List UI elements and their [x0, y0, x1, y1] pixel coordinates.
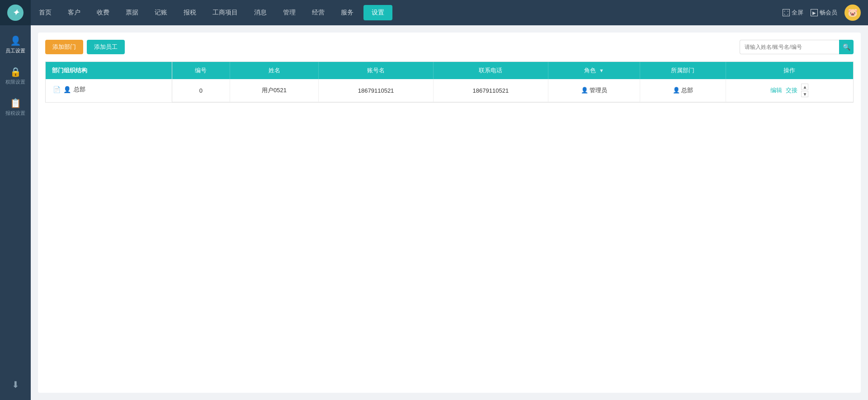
cell-name: 用户0521 — [230, 79, 318, 102]
main-content: 添加部门 添加员工 🔍 部门组织结构 📄 — [31, 25, 868, 400]
dept-user-icon-cell: 👤 — [673, 87, 680, 94]
sidebar-download-button[interactable]: ⬇ — [0, 374, 31, 395]
download-icon: ⬇ — [12, 379, 19, 390]
edit-link[interactable]: 编辑 — [770, 86, 782, 94]
top-navigation: ✦ 首页客户收费票据记账报税工商项目消息管理经营服务设置 ⛶ 全屏 ▶ 畅会员 … — [0, 0, 868, 25]
col-dept: 所属部门 — [640, 62, 726, 79]
logo-icon: ✦ — [7, 5, 24, 21]
scroll-down-button[interactable]: ▼ — [801, 91, 808, 97]
cell-account: 18679110521 — [319, 79, 434, 102]
sidebar-permission-label: 权限设置 — [5, 79, 25, 85]
scroll-arrows: ▲ ▼ — [799, 84, 810, 97]
vip-label: 畅会员 — [820, 9, 837, 17]
search-input[interactable] — [740, 40, 839, 54]
dept-tree: 部门组织结构 📄 👤 总部 — [45, 61, 172, 103]
col-id: 编号 — [172, 62, 230, 79]
nav-item-工商项目[interactable]: 工商项目 — [204, 0, 246, 25]
sidebar-item-employee[interactable]: 👤 员工设置 — [0, 30, 31, 59]
nav-item-报税[interactable]: 报税 — [175, 0, 204, 25]
add-emp-button[interactable]: 添加员工 — [87, 40, 125, 54]
nav-right: ⛶ 全屏 ▶ 畅会员 🐷 — [783, 5, 868, 21]
avatar[interactable]: 🐷 — [844, 5, 861, 21]
sidebar-item-permission[interactable]: 🔒 权限设置 — [0, 61, 31, 90]
action-buttons: 添加部门 添加员工 — [45, 40, 125, 54]
col-phone: 联系电话 — [433, 62, 548, 79]
cell-id: 0 — [172, 79, 230, 102]
table-row: 0 用户0521 18679110521 18679110521 👤管理员 👤总… — [172, 79, 853, 102]
content-card: 添加部门 添加员工 🔍 部门组织结构 📄 — [38, 33, 861, 393]
search-icon: 🔍 — [843, 43, 850, 51]
add-dept-button[interactable]: 添加部门 — [45, 40, 83, 54]
col-role[interactable]: 角色 ▼ — [548, 62, 640, 79]
permission-icon: 🔒 — [10, 66, 21, 77]
nav-item-经营[interactable]: 经营 — [304, 0, 333, 25]
sidebar: 👤 员工设置 🔒 权限设置 📋 报税设置 ⬇ — [0, 25, 31, 400]
emp-table: 编号 姓名 账号名 联系电话 角色 ▼ 所属部门 操作 0 — [172, 61, 854, 103]
vip-button[interactable]: ▶ 畅会员 — [811, 9, 837, 17]
cell-dept: 👤总部 — [640, 79, 726, 102]
scroll-up-button[interactable]: ▲ — [801, 84, 808, 90]
col-name: 姓名 — [230, 62, 318, 79]
role-user-icon: 👤 — [581, 87, 588, 94]
col-account: 账号名 — [319, 62, 434, 79]
fullscreen-icon: ⛶ — [783, 9, 790, 16]
dept-tree-body: 📄 👤 总部 — [46, 79, 172, 100]
table-body: 0 用户0521 18679110521 18679110521 👤管理员 👤总… — [172, 79, 853, 102]
transfer-link[interactable]: 交接 — [786, 86, 797, 94]
fullscreen-label: 全屏 — [792, 9, 803, 17]
file-icon: 📄 — [53, 86, 61, 93]
cell-actions: 编辑 交接 ▲ ▼ — [726, 79, 853, 102]
nav-item-客户[interactable]: 客户 — [60, 0, 89, 25]
cell-role: 👤管理员 — [548, 79, 640, 102]
dept-user-icon: 👤 — [63, 86, 71, 93]
search-button[interactable]: 🔍 — [839, 40, 854, 54]
nav-items: 首页客户收费票据记账报税工商项目消息管理经营服务设置 — [31, 0, 783, 25]
employee-icon: 👤 — [10, 35, 21, 46]
nav-item-收费[interactable]: 收费 — [89, 0, 118, 25]
nav-item-管理[interactable]: 管理 — [275, 0, 304, 25]
employee-table: 编号 姓名 账号名 联系电话 角色 ▼ 所属部门 操作 0 — [172, 62, 853, 102]
nav-item-消息[interactable]: 消息 — [246, 0, 275, 25]
dept-name-head: 总部 — [74, 85, 85, 94]
nav-item-设置[interactable]: 设置 — [363, 5, 392, 20]
fullscreen-button[interactable]: ⛶ 全屏 — [783, 9, 803, 17]
two-col-layout: 部门组织结构 📄 👤 总部 编号 — [45, 61, 854, 103]
app-layout: 👤 员工设置 🔒 权限设置 📋 报税设置 ⬇ 添加部门 添加员工 — [0, 25, 868, 400]
sidebar-item-tax[interactable]: 📋 报税设置 — [0, 92, 31, 122]
nav-item-首页[interactable]: 首页 — [31, 0, 60, 25]
sidebar-bottom: ⬇ — [0, 374, 31, 400]
tax-icon: 📋 — [10, 98, 21, 108]
action-bar: 添加部门 添加员工 🔍 — [45, 40, 854, 54]
filter-icon: ▼ — [599, 68, 604, 73]
nav-item-服务[interactable]: 服务 — [333, 0, 362, 25]
search-area: 🔍 — [740, 40, 854, 54]
sidebar-employee-label: 员工设置 — [5, 48, 25, 54]
nav-item-记账[interactable]: 记账 — [146, 0, 175, 25]
sidebar-tax-label: 报税设置 — [5, 110, 25, 116]
col-action: 操作 — [726, 62, 853, 79]
logo-area: ✦ — [0, 0, 31, 25]
cell-phone: 18679110521 — [433, 79, 548, 102]
dept-tree-header: 部门组织结构 — [46, 62, 172, 79]
table-header: 编号 姓名 账号名 联系电话 角色 ▼ 所属部门 操作 — [172, 62, 853, 79]
dept-tree-item-head[interactable]: 📄 👤 总部 — [49, 83, 168, 96]
nav-item-票据[interactable]: 票据 — [118, 0, 146, 25]
vip-icon: ▶ — [811, 9, 818, 16]
